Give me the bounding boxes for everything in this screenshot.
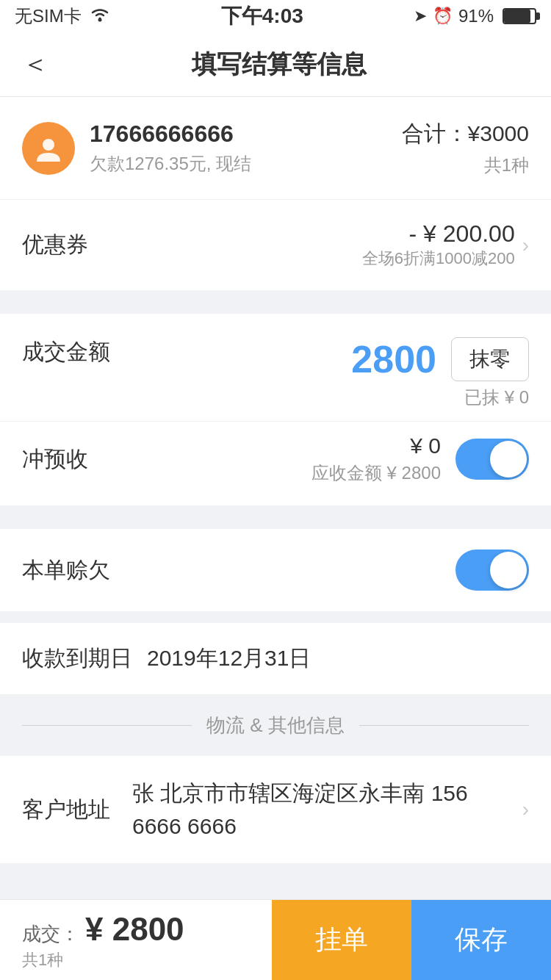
transaction-right: 2800 抹零 已抹 ¥ 0 — [351, 337, 529, 409]
battery-icon — [503, 8, 536, 24]
transaction-value: 2800 — [351, 337, 436, 381]
back-button[interactable]: ＜ — [15, 39, 56, 90]
credit-toggle-knob — [490, 552, 527, 588]
credit-row: 本单赊欠 — [0, 529, 551, 611]
nav-bar: ＜ 填写结算等信息 — [0, 32, 551, 97]
svg-point-1 — [43, 139, 54, 151]
bottom-count: 共1种 — [22, 949, 250, 971]
customer-debt: 欠款1276.35元, 现结 — [90, 152, 251, 176]
customer-right: 合计：¥3000 共1种 — [402, 119, 529, 177]
transaction-amount-row: 成交金额 2800 抹零 已抹 ¥ 0 — [0, 314, 551, 422]
due-date-label: 收款到期日 — [22, 644, 132, 674]
customer-info: 17666666666 欠款1276.35元, 现结 — [90, 120, 251, 176]
prepayment-right: ¥ 0 应收金额 ¥ 2800 — [311, 433, 529, 485]
status-left: 无SIM卡 — [15, 4, 111, 28]
wifi-icon — [89, 6, 111, 26]
customer-section: 17666666666 欠款1276.35元, 现结 合计：¥3000 共1种 … — [0, 97, 551, 290]
due-date-value: 2019年12月31日 — [147, 644, 311, 674]
transaction-value-area: 2800 抹零 — [351, 337, 529, 381]
coupon-desc: 全场6折满1000减200 — [362, 248, 515, 270]
page-title: 填写结算等信息 — [56, 48, 503, 82]
carrier-label: 无SIM卡 — [15, 4, 82, 28]
status-bar: 无SIM卡 下午4:03 ➤ ⏰ 91% — [0, 0, 551, 32]
prepayment-label: 冲预收 — [22, 444, 88, 475]
save-button[interactable]: 保存 — [411, 900, 551, 981]
svg-point-0 — [98, 18, 101, 22]
prepayment-sub: 应收金额 ¥ 2800 — [311, 461, 441, 485]
section-divider-1 — [0, 302, 551, 314]
customer-phone: 17666666666 — [90, 120, 251, 148]
transaction-label: 成交金额 — [22, 337, 110, 367]
prepayment-value: ¥ 0 — [311, 433, 441, 458]
due-date-section: 收款到期日 2019年12月31日 — [0, 623, 551, 695]
transaction-sub: 已抹 ¥ 0 — [464, 386, 529, 409]
time-label: 下午4:03 — [221, 2, 303, 30]
status-right: ➤ ⏰ 91% — [414, 6, 536, 26]
zero-button[interactable]: 抹零 — [451, 337, 529, 381]
alarm-icon: ⏰ — [433, 7, 453, 26]
prepayment-row: 冲预收 ¥ 0 应收金额 ¥ 2800 — [0, 422, 551, 505]
credit-toggle[interactable] — [455, 550, 529, 591]
pending-button[interactable]: 挂单 — [272, 900, 411, 981]
logistics-divider: 物流 & 其他信息 — [0, 695, 551, 756]
prepayment-values: ¥ 0 应收金额 ¥ 2800 — [311, 433, 441, 485]
address-section: 客户地址 张 北京市市辖区海淀区永丰南 156 6666 6666 › — [0, 756, 551, 863]
divider-text: 物流 & 其他信息 — [192, 713, 359, 738]
customer-left: 17666666666 欠款1276.35元, 现结 — [22, 120, 251, 176]
address-arrow-icon: › — [522, 798, 529, 821]
credit-label: 本单赊欠 — [22, 555, 110, 586]
coupon-row[interactable]: 优惠券 - ¥ 200.00 全场6折满1000减200 › — [0, 199, 551, 290]
coupon-right: - ¥ 200.00 全场6折满1000减200 › — [362, 220, 529, 270]
credit-section: 本单赊欠 — [0, 529, 551, 611]
bottom-bar: 成交： ¥ 2800 共1种 挂单 保存 — [0, 899, 551, 980]
total-amount: 合计：¥3000 — [402, 119, 529, 149]
section-divider-2 — [0, 517, 551, 529]
address-row[interactable]: 客户地址 张 北京市市辖区海淀区永丰南 156 6666 6666 › — [0, 756, 551, 863]
location-icon: ➤ — [414, 7, 427, 26]
coupon-value: - ¥ 200.00 — [362, 220, 515, 248]
total-count: 共1种 — [402, 154, 529, 177]
coupon-arrow-icon: › — [522, 234, 529, 257]
address-value: 张 北京市市辖区海淀区永丰南 156 6666 6666 — [132, 777, 515, 843]
prepayment-toggle[interactable] — [455, 439, 529, 480]
address-label: 客户地址 — [22, 795, 110, 825]
bottom-label: 成交： — [22, 921, 79, 947]
coupon-label: 优惠券 — [22, 230, 88, 260]
toggle-knob — [490, 441, 527, 478]
avatar — [22, 122, 75, 175]
customer-row: 17666666666 欠款1276.35元, 现结 合计：¥3000 共1种 — [0, 97, 551, 199]
battery-label: 91% — [458, 6, 494, 26]
bottom-summary: 成交： ¥ 2800 共1种 — [0, 909, 272, 971]
transaction-section: 成交金额 2800 抹零 已抹 ¥ 0 冲预收 ¥ 0 应收金额 ¥ 2800 — [0, 314, 551, 505]
divider-line-right — [359, 725, 529, 726]
divider-line-left — [22, 725, 192, 726]
due-date-row: 收款到期日 2019年12月31日 — [0, 623, 551, 695]
bottom-amount: ¥ 2800 — [85, 911, 184, 948]
